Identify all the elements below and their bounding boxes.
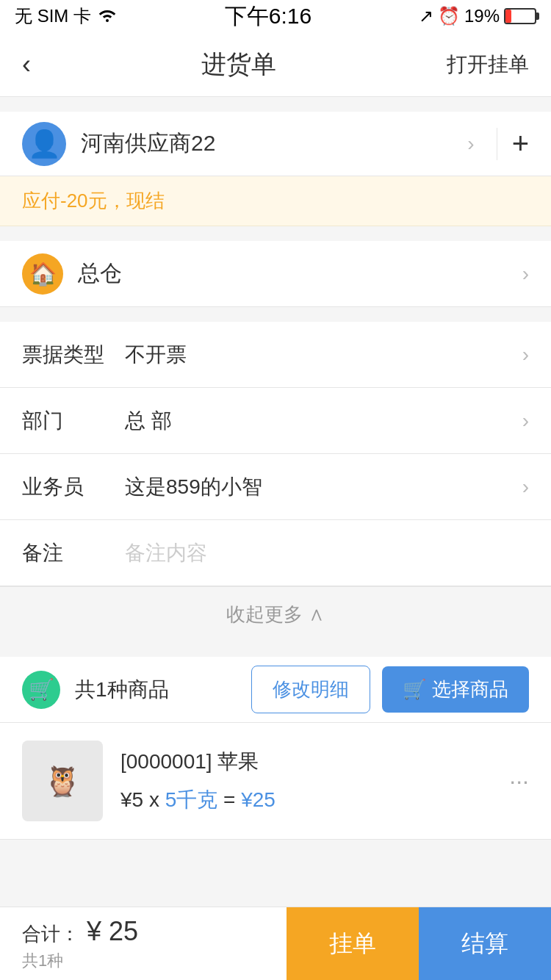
section-gap-2 <box>0 226 551 241</box>
product-count-icon: 🛒 <box>22 671 60 709</box>
department-value: 总 部 <box>110 407 522 435</box>
product-name: [0000001] 苹果 <box>120 748 509 776</box>
department-chevron-icon: › <box>522 409 529 433</box>
warehouse-section: 🏠 总仓 › <box>0 241 551 307</box>
price-multiply: x <box>149 788 165 811</box>
section-gap-1 <box>0 97 551 112</box>
footer-total: 合计： ¥ 25 共1种 <box>0 907 287 980</box>
cart-icon: 🛒 <box>29 677 54 702</box>
notice-text: 应付-20元，现结 <box>22 190 165 212</box>
product-title: 苹果 <box>217 750 259 773</box>
product-info: [0000001] 苹果 ¥5 x 5千克 = ¥25 <box>120 748 509 814</box>
product-thumbnail: 🦉 <box>22 741 103 821</box>
note-label: 备注 <box>22 539 110 567</box>
footer-sub-label: 共1种 <box>22 950 264 972</box>
footer-total-value: ¥ 25 <box>87 916 138 947</box>
collapse-label: 收起更多 ∧ <box>226 603 324 625</box>
battery-fill <box>505 10 511 23</box>
back-button[interactable]: ‹ <box>22 49 31 80</box>
supplier-row[interactable]: 👤 河南供应商22 › + <box>0 112 551 176</box>
status-left: 无 SIM 卡 <box>15 4 118 28</box>
products-header: 🛒 共1种商品 修改明细 🛒 选择商品 <box>0 657 551 723</box>
open-pending-button[interactable]: 打开挂单 <box>447 51 529 79</box>
supplier-name: 河南供应商22 <box>81 129 467 159</box>
note-row[interactable]: 备注 备注内容 <box>0 520 551 586</box>
supplier-chevron-icon: › <box>467 132 474 156</box>
price-equals: = <box>223 788 241 811</box>
invoice-type-row[interactable]: 票据类型 不开票 › <box>0 322 551 388</box>
suspend-button[interactable]: 挂单 <box>287 907 419 980</box>
footer-total-row: 合计： ¥ 25 <box>22 916 264 947</box>
product-count-label: 共1种商品 <box>75 676 251 704</box>
status-right: ↗ ⏰ 19% <box>419 6 536 26</box>
footer: 合计： ¥ 25 共1种 挂单 结算 <box>0 907 551 980</box>
quantity-value: 5千克 <box>165 788 218 811</box>
product-more-button[interactable]: ··· <box>509 768 529 795</box>
salesman-label: 业务员 <box>22 473 110 501</box>
status-time: 下午6:16 <box>225 1 311 32</box>
note-value: 备注内容 <box>110 539 529 567</box>
fields-section: 票据类型 不开票 › 部门 总 部 › 业务员 这是859的小智 › 备注 备注… <box>0 322 551 586</box>
checkout-button[interactable]: 结算 <box>419 907 551 980</box>
select-product-label: 选择商品 <box>432 677 508 702</box>
salesman-value: 这是859的小智 <box>110 473 522 501</box>
total-value: ¥25 <box>241 788 276 811</box>
add-icon[interactable]: + <box>512 127 529 160</box>
supplier-section: 👤 河南供应商22 › + 应付-20元，现结 <box>0 112 551 226</box>
divider <box>497 128 497 160</box>
warehouse-icon: 🏠 <box>29 261 57 287</box>
invoice-type-label: 票据类型 <box>22 341 110 369</box>
supplier-avatar: 👤 <box>22 122 66 166</box>
checkout-label: 结算 <box>461 928 508 960</box>
department-label: 部门 <box>22 407 110 435</box>
section-gap-4 <box>0 642 551 657</box>
suspend-label: 挂单 <box>329 928 376 960</box>
invoice-type-value: 不开票 <box>110 341 522 369</box>
warehouse-avatar: 🏠 <box>22 253 63 295</box>
salesman-chevron-icon: › <box>522 475 529 499</box>
price-value: ¥5 <box>120 788 143 811</box>
product-item: 🦉 [0000001] 苹果 ¥5 x 5千克 = ¥25 ··· <box>0 723 551 840</box>
select-product-icon: 🛒 <box>403 678 426 701</box>
product-price: ¥5 x 5千克 = ¥25 <box>120 786 509 814</box>
notice-bar: 应付-20元，现结 <box>0 176 551 226</box>
product-code: [0000001] <box>120 750 212 773</box>
salesman-row[interactable]: 业务员 这是859的小智 › <box>0 454 551 520</box>
collapse-row[interactable]: 收起更多 ∧ <box>0 586 551 642</box>
warehouse-chevron-icon: › <box>522 262 529 286</box>
battery-icon <box>504 8 536 24</box>
footer-total-label: 合计： <box>22 921 79 947</box>
select-product-button[interactable]: 🛒 选择商品 <box>382 666 529 713</box>
page-title: 进货单 <box>201 48 276 82</box>
product-thumb-icon: 🦉 <box>44 764 81 799</box>
carrier-text: 无 SIM 卡 <box>15 4 91 28</box>
status-bar: 无 SIM 卡 下午6:16 ↗ ⏰ 19% <box>0 0 551 32</box>
invoice-type-chevron-icon: › <box>522 343 529 367</box>
section-gap-3 <box>0 307 551 322</box>
wifi-icon <box>97 6 118 26</box>
edit-detail-button[interactable]: 修改明细 <box>251 666 370 713</box>
location-icon: ↗ <box>419 6 433 26</box>
battery-text: 19% <box>464 6 500 26</box>
department-row[interactable]: 部门 总 部 › <box>0 388 551 454</box>
alarm-icon: ⏰ <box>438 6 460 26</box>
warehouse-row[interactable]: 🏠 总仓 › <box>0 241 551 307</box>
avatar-icon: 👤 <box>28 129 61 159</box>
nav-bar: ‹ 进货单 打开挂单 <box>0 32 551 97</box>
warehouse-name: 总仓 <box>78 259 522 289</box>
